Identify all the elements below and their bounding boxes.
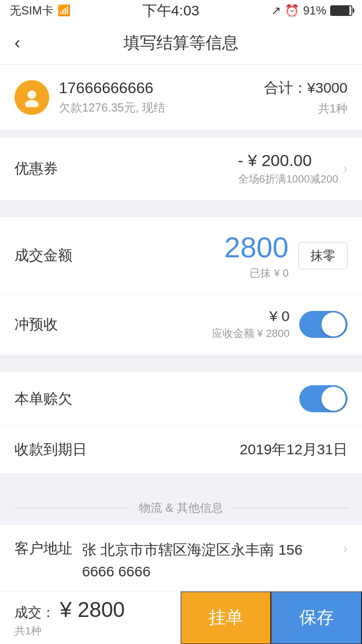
prepay-label: 冲预收 xyxy=(14,315,58,335)
wifi-icon: 📶 xyxy=(57,4,70,17)
svg-point-1 xyxy=(25,100,39,107)
divider-2 xyxy=(0,362,362,372)
deal-amount-label: 成交金额 xyxy=(14,246,72,266)
round-zero-button[interactable]: 抹零 xyxy=(298,242,348,269)
customer-card: 17666666666 欠款1276.35元, 现结 合计：¥3000 共1种 xyxy=(0,65,362,130)
coupon-row[interactable]: 优惠券 - ¥ 200.00 全场6折满1000减200 › xyxy=(0,138,362,200)
toggle-knob xyxy=(321,312,346,336)
total-amount: 合计：¥3000 xyxy=(264,78,348,98)
bottom-info: 成交： ¥ 2800 共1种 xyxy=(0,598,181,638)
back-button[interactable]: ‹ xyxy=(14,33,43,53)
customer-phone: 17666666666 xyxy=(59,79,165,97)
customer-left: 17666666666 欠款1276.35元, 现结 xyxy=(14,79,165,115)
debt-toggle-knob xyxy=(321,387,346,411)
coupon-desc: 全场6折满1000减200 xyxy=(238,172,338,186)
alarm-icon: ⏰ xyxy=(285,4,299,17)
address-value: 张 北京市市辖区海淀区永丰南 156 6666 6666 xyxy=(82,539,334,582)
avatar xyxy=(14,80,49,115)
prepay-sub: 应收金额 ¥ 2800 xyxy=(212,326,290,341)
bottom-count: 共1种 xyxy=(14,624,166,638)
bottom-amount-row: 成交： ¥ 2800 xyxy=(14,598,166,622)
nav-bar: ‹ 填写结算等信息 xyxy=(0,21,362,65)
save-button[interactable]: 保存 xyxy=(271,591,362,644)
status-right: ↗ ⏰ 91% xyxy=(271,4,352,17)
content: 17666666666 欠款1276.35元, 现结 合计：¥3000 共1种 … xyxy=(0,65,362,644)
deal-amount-row: 成交金额 2800 已抹 ¥ 0 抹零 xyxy=(0,217,362,294)
prepay-row: 冲预收 ¥ 0 应收金额 ¥ 2800 xyxy=(0,294,362,354)
prepay-right: ¥ 0 应收金额 ¥ 2800 xyxy=(212,308,348,341)
time-label: 下午4:03 xyxy=(142,1,199,21)
coupon-label: 优惠券 xyxy=(14,159,58,179)
section-separator: 物流 & 其他信息 xyxy=(0,490,362,525)
svg-point-0 xyxy=(28,90,36,99)
total-count: 共1种 xyxy=(264,101,348,116)
battery-icon xyxy=(330,5,352,16)
debt-right xyxy=(299,385,348,412)
deal-amount-value: 2800 xyxy=(224,231,289,264)
due-date-value: 2019年12月31日 xyxy=(240,440,348,460)
bottom-deal-label: 成交： xyxy=(14,603,55,622)
address-chevron-icon: › xyxy=(343,541,348,556)
coupon-discount: - ¥ 200.00 xyxy=(238,151,338,170)
page-title: 填写结算等信息 xyxy=(124,32,238,54)
customer-right: 合计：¥3000 共1种 xyxy=(264,78,348,116)
deal-amount-right: 2800 已抹 ¥ 0 抹零 xyxy=(224,231,348,280)
debt-toggle[interactable] xyxy=(299,385,348,412)
sep-line-right xyxy=(233,508,348,508)
divider-1 xyxy=(0,208,362,217)
hold-button[interactable]: 挂单 xyxy=(181,591,271,644)
customer-debt: 欠款1276.35元, 现结 xyxy=(59,100,165,115)
prepay-toggle[interactable] xyxy=(299,311,348,338)
sep-text: 物流 & 其他信息 xyxy=(139,500,223,516)
coupon-right: - ¥ 200.00 全场6折满1000减200 › xyxy=(238,151,348,186)
bottom-deal-amount: ¥ 2800 xyxy=(60,598,125,622)
customer-info: 17666666666 欠款1276.35元, 现结 xyxy=(59,79,165,115)
bottom-bar: 成交： ¥ 2800 共1种 挂单 保存 xyxy=(0,591,362,644)
divider-3 xyxy=(0,481,362,490)
due-date-row: 收款到期日 2019年12月31日 xyxy=(0,426,362,473)
location-icon: ↗ xyxy=(271,4,281,17)
status-left: 无SIM卡 📶 xyxy=(10,3,70,18)
debt-label: 本单赊欠 xyxy=(14,389,72,409)
debt-section: 本单赊欠 收款到期日 2019年12月31日 xyxy=(0,372,362,473)
status-bar: 无SIM卡 📶 下午4:03 ↗ ⏰ 91% xyxy=(0,0,362,21)
prepay-amount: ¥ 0 xyxy=(212,308,290,324)
address-label: 客户地址 xyxy=(14,539,72,559)
due-date-label: 收款到期日 xyxy=(14,440,87,460)
battery-percent: 91% xyxy=(303,4,326,17)
deal-amount-section: 成交金额 2800 已抹 ¥ 0 抹零 冲预收 ¥ 0 应收金额 ¥ 2800 xyxy=(0,217,362,354)
carrier-label: 无SIM卡 xyxy=(10,3,54,18)
coupon-chevron-icon: › xyxy=(343,161,348,177)
debt-row: 本单赊欠 xyxy=(0,372,362,426)
sep-line-left xyxy=(14,508,129,508)
address-row[interactable]: 客户地址 张 北京市市辖区海淀区永丰南 156 6666 6666 › xyxy=(0,525,362,596)
deal-amount-sub: 已抹 ¥ 0 xyxy=(224,266,289,280)
